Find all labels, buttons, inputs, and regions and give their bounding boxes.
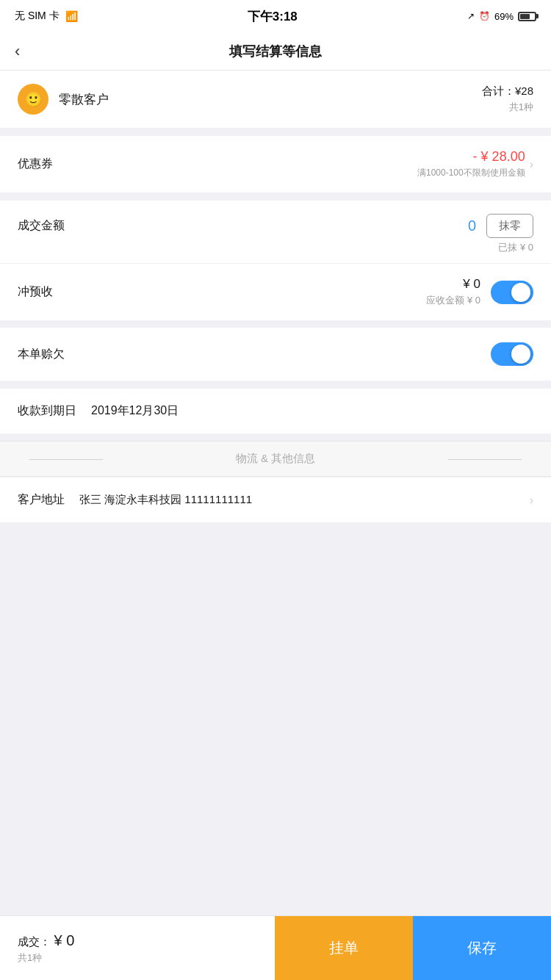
deal-amount-row: 成交金额 0 抹零 已抹 ¥ 0 <box>0 201 551 264</box>
prereceive-amount: ¥ 0 <box>426 277 480 292</box>
prereceive-section: 冲预收 ¥ 0 应收金额 ¥ 0 <box>0 264 551 320</box>
toggle-knob <box>511 283 530 302</box>
bottom-deal-label: 成交： <box>18 935 51 948</box>
prereceive-sub: 应收金额 ¥ 0 <box>426 294 480 307</box>
duedate-section: 收款到期日 2019年12月30日 <box>0 388 551 433</box>
bottom-buttons: 挂单 保存 <box>275 916 551 980</box>
deal-amount-section: 成交金额 0 抹零 已抹 ¥ 0 冲预收 ¥ 0 应收金额 ¥ 0 <box>0 201 551 320</box>
status-bar: 无 SIM 卡 📶 下午3:18 ↗ ⏰ 69% <box>0 0 551 32</box>
bottom-bar: 成交： ¥ 0 共1种 挂单 保存 <box>0 915 551 980</box>
coupon-section[interactable]: 优惠券 - ¥ 28.00 满1000-100不限制使用金额 › <box>0 136 551 193</box>
address-label: 客户地址 <box>18 492 65 508</box>
customer-row: 🙂 零散客户 合计：¥28 共1种 <box>0 71 551 129</box>
address-value: 张三 海淀永丰科技园 11111111111 <box>79 493 252 507</box>
address-section[interactable]: 客户地址 张三 海淀永丰科技园 11111111111 › <box>0 477 551 522</box>
empty-space <box>0 522 551 669</box>
bottom-deal-amount: ¥ 0 <box>54 932 74 948</box>
credit-toggle-knob <box>511 345 530 364</box>
customer-total-area: 合计：¥28 共1种 <box>482 84 533 114</box>
chevron-right-icon: › <box>530 158 533 171</box>
customer-count: 共1种 <box>482 101 533 114</box>
wifi-icon: 📶 <box>65 10 78 22</box>
round-zero-button[interactable]: 抹零 <box>486 214 533 238</box>
coupon-description: 满1000-100不限制使用金额 <box>417 167 525 179</box>
status-right: ↗ ⏰ 69% <box>467 11 536 22</box>
prereceive-label: 冲预收 <box>18 284 53 300</box>
duedate-value: 2019年12月30日 <box>91 403 179 419</box>
alarm-icon: ⏰ <box>479 11 490 21</box>
page-title: 填写结算等信息 <box>229 43 322 60</box>
battery-percent: 69% <box>494 11 514 22</box>
coupon-row[interactable]: 优惠券 - ¥ 28.00 满1000-100不限制使用金额 › <box>0 136 551 193</box>
status-time: 下午3:18 <box>248 8 298 25</box>
coupon-right: - ¥ 28.00 满1000-100不限制使用金额 › <box>417 149 533 179</box>
address-chevron-icon: › <box>530 494 533 507</box>
save-button[interactable]: 保存 <box>413 916 551 980</box>
customer-section: 🙂 零散客户 合计：¥28 共1种 <box>0 71 551 129</box>
bottom-info: 成交： ¥ 0 共1种 <box>0 932 275 965</box>
nav-bar: ‹ 填写结算等信息 <box>0 32 551 71</box>
carrier-text: 无 SIM 卡 <box>15 10 60 23</box>
hold-button[interactable]: 挂单 <box>275 916 413 980</box>
main-content: 🙂 零散客户 合计：¥28 共1种 优惠券 - ¥ 28.00 满1000-10… <box>0 71 551 735</box>
customer-name: 零散客户 <box>59 91 109 108</box>
prereceive-toggle[interactable] <box>491 281 533 304</box>
credit-section: 本单赊欠 <box>0 328 551 381</box>
duedate-label: 收款到期日 <box>18 403 76 419</box>
coupon-amount: - ¥ 28.00 <box>417 149 525 165</box>
back-button[interactable]: ‹ <box>15 42 20 61</box>
battery-icon <box>518 12 536 21</box>
logistics-header: 物流 & 其他信息 <box>0 441 551 477</box>
customer-total: 合计：¥28 <box>482 84 533 98</box>
customer-info: 🙂 零散客户 <box>18 84 109 115</box>
bottom-count: 共1种 <box>18 951 257 965</box>
deal-amount-label: 成交金额 <box>18 218 65 234</box>
credit-label: 本单赊欠 <box>18 347 65 362</box>
deal-amount-value: 0 <box>468 217 476 234</box>
location-icon: ↗ <box>467 11 475 21</box>
coupon-label: 优惠券 <box>18 156 53 172</box>
avatar: 🙂 <box>18 84 48 115</box>
logistics-title: 物流 & 其他信息 <box>236 452 315 464</box>
section-divider <box>0 433 551 441</box>
credit-toggle[interactable] <box>491 342 533 366</box>
status-left: 无 SIM 卡 📶 <box>15 10 78 23</box>
deal-sub-text: 已抹 ¥ 0 <box>18 241 533 254</box>
